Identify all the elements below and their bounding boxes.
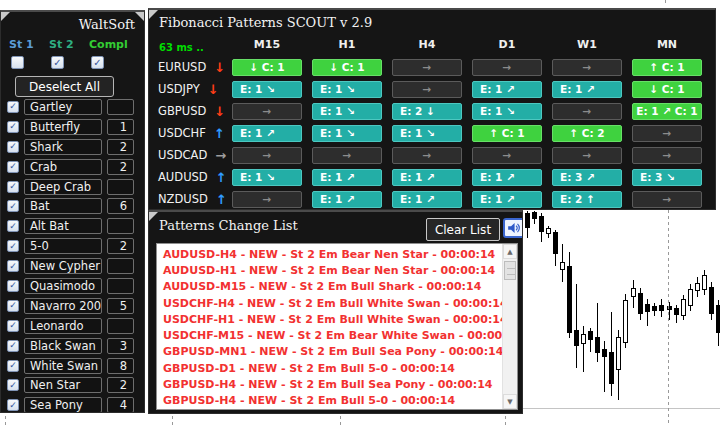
change-list-item[interactable]: USDCHF-H4 - NEW - St 2 Em Bull White Swa… xyxy=(157,295,502,311)
cell-slot: → xyxy=(552,147,632,164)
pattern-checkbox[interactable]: ✓ xyxy=(7,320,19,332)
pattern-checkbox[interactable]: ✓ xyxy=(7,379,19,391)
scrollbar-thumb[interactable] xyxy=(504,261,516,280)
pattern-name-box[interactable]: Nen Star xyxy=(24,377,102,393)
scanner-cell-NZDUSD-D1[interactable]: E: 1 ↗ xyxy=(472,191,542,208)
scanner-cell-USDCHF-D1[interactable]: ↑ C: 1 xyxy=(472,125,542,142)
deselect-all-button[interactable]: Deselect All xyxy=(15,76,114,97)
scanner-cell-AUDUSD-MN[interactable]: E: 3 ↘ xyxy=(632,169,702,186)
sound-toggle-button[interactable] xyxy=(503,218,523,238)
change-list-scrollbar[interactable]: ▲ ▼ xyxy=(502,244,517,409)
pattern-name-box[interactable]: 5-0 xyxy=(24,238,102,254)
scanner-cell-USDJPY-H4[interactable]: → xyxy=(392,81,462,98)
scanner-cell-USDCHF-H1[interactable]: E: 1 ↘ xyxy=(312,125,382,142)
pattern-row: ✓Sea Pony4 xyxy=(1,395,144,413)
stage-checkbox-st1[interactable] xyxy=(11,56,24,69)
pattern-checkbox[interactable]: ✓ xyxy=(7,340,19,352)
scanner-cell-USDCAD-D1[interactable]: → xyxy=(472,147,542,164)
pattern-checkbox[interactable]: ✓ xyxy=(7,280,19,292)
scanner-cell-USDJPY-W1[interactable]: E: 1 ↗ xyxy=(552,81,622,98)
scanner-cell-USDJPY-D1[interactable]: E: 1 ↗ xyxy=(472,81,542,98)
pattern-name-box[interactable]: White Swan xyxy=(24,358,102,374)
scanner-cell-GBPUSD-D1[interactable]: E: 1 ↘ xyxy=(472,103,542,120)
change-list-item[interactable]: GBPUSD-H4 - NEW - St 2 Em Bull Sea Pony … xyxy=(157,376,502,392)
pattern-name-box[interactable]: Navarro 200 xyxy=(24,298,102,314)
stage-label: St 2 xyxy=(49,38,89,51)
pattern-name-box[interactable]: Bat xyxy=(24,198,102,214)
pattern-checkbox[interactable]: ✓ xyxy=(7,101,19,113)
scroll-down-button[interactable]: ▼ xyxy=(503,394,517,409)
pattern-name-box[interactable]: Sea Pony xyxy=(24,397,102,413)
scanner-cell-AUDUSD-H4[interactable]: E: 1 ↗ xyxy=(392,169,462,186)
pattern-checkbox[interactable]: ✓ xyxy=(7,121,19,133)
scanner-cell-USDCHF-H4[interactable]: E: 1 ↘ xyxy=(392,125,462,142)
scanner-cell-AUDUSD-H1[interactable]: E: 1 ↗ xyxy=(312,169,382,186)
scanner-cell-EURUSD-H4[interactable]: → xyxy=(392,59,462,76)
scanner-cell-NZDUSD-M15[interactable]: → xyxy=(232,191,302,208)
cell-slot: E: 3 ↘ xyxy=(632,169,712,186)
change-list-item[interactable]: GBPUSD-D1 - NEW - St 2 Em Bull 5-0 - 00:… xyxy=(157,360,502,376)
pattern-name-box[interactable]: Quasimodo xyxy=(24,278,102,294)
pattern-name-box[interactable]: Butterfly xyxy=(24,119,102,135)
scanner-grid: M15H1H4D1W1MNEURUSD↓↓ C: 1↓ C: 1→→→↑ C: … xyxy=(158,34,712,210)
pattern-checkbox[interactable]: ✓ xyxy=(7,360,19,372)
scanner-cell-NZDUSD-MN[interactable]: → xyxy=(632,191,702,208)
scanner-cell-NZDUSD-H1[interactable]: E: 1 ↗ xyxy=(312,191,382,208)
pattern-name-box[interactable]: Alt Bat xyxy=(24,218,102,234)
pattern-checkbox[interactable]: ✓ xyxy=(7,220,19,232)
scanner-cell-GBPUSD-M15[interactable]: → xyxy=(232,103,302,120)
scanner-cell-GBPUSD-H4[interactable]: E: 2 ↓ xyxy=(392,103,462,120)
pattern-name-box[interactable]: Leonardo xyxy=(24,318,102,334)
pattern-checkbox[interactable]: ✓ xyxy=(7,260,19,272)
change-list-item[interactable]: AUDUSD-H4 - NEW - St 2 Em Bear Nen Star … xyxy=(157,246,502,262)
scanner-cell-AUDUSD-M15[interactable]: E: 1 ↘ xyxy=(232,169,302,186)
scanner-cell-EURUSD-H1[interactable]: ↓ C: 1 xyxy=(312,59,382,76)
change-list-item[interactable]: GBPUSD-H4 - NEW - St 2 Em Bull 5-0 - 00:… xyxy=(157,393,502,409)
pattern-checkbox[interactable]: ✓ xyxy=(7,399,19,411)
candle-body xyxy=(532,212,537,219)
change-list-item[interactable]: GBPUSD-MN1 - NEW - St 2 Em Bull Sea Pony… xyxy=(157,344,502,360)
pattern-checkbox[interactable]: ✓ xyxy=(7,161,19,173)
scanner-cell-USDJPY-H1[interactable]: E: 1 ↘ xyxy=(312,81,382,98)
scanner-cell-USDCAD-MN[interactable]: → xyxy=(632,147,702,164)
pattern-checkbox[interactable]: ✓ xyxy=(7,300,19,312)
scanner-cell-USDJPY-MN[interactable]: ↓ C: 1 xyxy=(632,81,702,98)
pattern-name-box[interactable]: New Cypher xyxy=(24,258,102,274)
change-list-item[interactable]: AUDUSD-M15 - NEW - St 2 Em Bull Shark - … xyxy=(157,279,502,295)
scanner-cell-GBPUSD-H1[interactable]: E: 1 ↘ xyxy=(312,103,382,120)
scanner-cell-USDCAD-M15[interactable]: → xyxy=(232,147,302,164)
scanner-cell-GBPUSD-W1[interactable]: → xyxy=(552,103,622,120)
scanner-cell-AUDUSD-W1[interactable]: E: 3 ↗ xyxy=(552,169,622,186)
change-list-item[interactable]: USDCHF-H1 - NEW - St 2 Em Bull White Swa… xyxy=(157,311,502,327)
scanner-cell-USDCHF-W1[interactable]: ↑ C: 2 xyxy=(552,125,622,142)
scanner-cell-USDCAD-H4[interactable]: → xyxy=(392,147,462,164)
stage-checkbox-st2[interactable]: ✓ xyxy=(51,56,64,69)
scanner-cell-GBPUSD-MN[interactable]: E: 1 ↗ C: 1 xyxy=(632,103,702,120)
scanner-cell-USDCHF-MN[interactable]: → xyxy=(632,125,702,142)
scanner-cell-EURUSD-W1[interactable]: → xyxy=(552,59,622,76)
scanner-cell-USDCAD-W1[interactable]: → xyxy=(552,147,622,164)
change-list-item[interactable]: USDCHF-M15 - NEW - St 2 Em Bear White Sw… xyxy=(157,327,502,343)
scanner-cell-NZDUSD-H4[interactable]: E: 1 ↗ xyxy=(392,191,462,208)
scanner-cell-EURUSD-D1[interactable]: → xyxy=(472,59,542,76)
scanner-cell-NZDUSD-W1[interactable]: E: 2 ↑ xyxy=(552,191,622,208)
clear-list-button[interactable]: Clear List xyxy=(426,218,500,241)
pattern-name-box[interactable]: Deep Crab xyxy=(24,179,102,195)
change-list-item[interactable]: AUDUSD-H1 - NEW - St 2 Em Bear Nen Star … xyxy=(157,262,502,278)
scanner-cell-USDJPY-M15[interactable]: E: 1 ↘ xyxy=(232,81,302,98)
scanner-cell-EURUSD-M15[interactable]: ↓ C: 1 xyxy=(232,59,302,76)
pattern-name-box[interactable]: Shark xyxy=(24,139,102,155)
scanner-cell-AUDUSD-D1[interactable]: E: 1 ↗ xyxy=(472,169,542,186)
pattern-checkbox[interactable]: ✓ xyxy=(7,200,19,212)
pattern-name-box[interactable]: Gartley xyxy=(24,99,102,115)
pattern-name-box[interactable]: Crab xyxy=(24,159,102,175)
pattern-name-box[interactable]: Black Swan xyxy=(24,338,102,354)
scanner-cell-USDCHF-M15[interactable]: E: 1 ↗ xyxy=(232,125,302,142)
pattern-checkbox[interactable]: ✓ xyxy=(7,240,19,252)
scanner-cell-USDCAD-H1[interactable]: → xyxy=(312,147,382,164)
pattern-checkbox[interactable]: ✓ xyxy=(7,181,19,193)
pattern-checkbox[interactable]: ✓ xyxy=(7,141,19,153)
scanner-cell-EURUSD-MN[interactable]: ↑ C: 1 xyxy=(632,59,702,76)
scroll-up-button[interactable]: ▲ xyxy=(503,244,517,259)
stage-checkbox-compl[interactable]: ✓ xyxy=(91,56,104,69)
